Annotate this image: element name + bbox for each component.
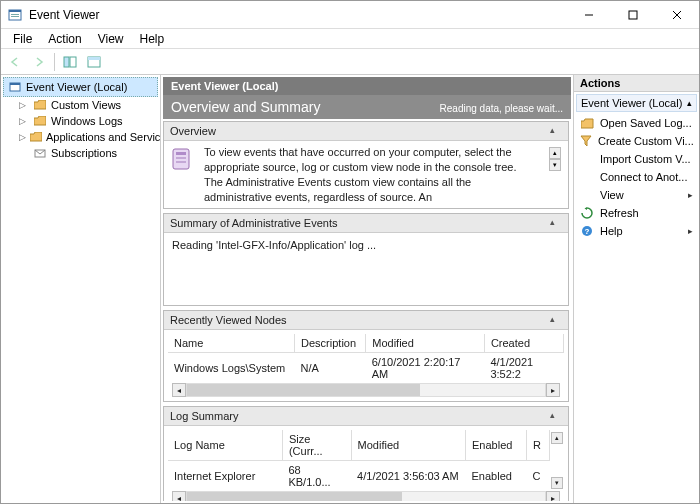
- col-name[interactable]: Name: [168, 334, 295, 353]
- log-summary-header[interactable]: Log Summary ▴: [164, 407, 568, 426]
- recent-nodes-table[interactable]: Name Description Modified Created Window…: [168, 334, 564, 383]
- col-size[interactable]: Size (Curr...: [282, 430, 351, 461]
- tree-item-label: Applications and Services Lo: [46, 131, 160, 143]
- svg-rect-2: [11, 14, 19, 15]
- tree-item-apps-services[interactable]: ▷ Applications and Services Lo: [1, 129, 160, 145]
- menu-view[interactable]: View: [90, 30, 132, 48]
- title-bar: Event Viewer: [1, 1, 699, 29]
- col-modified[interactable]: Modified: [366, 334, 485, 353]
- collapse-icon[interactable]: ▴: [550, 125, 562, 137]
- table-header-row: Log Name Size (Curr... Modified Enabled …: [168, 430, 550, 461]
- expand-icon[interactable]: ▷: [19, 100, 29, 110]
- svg-rect-9: [70, 57, 76, 67]
- properties-button[interactable]: [83, 51, 105, 73]
- col-logname[interactable]: Log Name: [168, 430, 282, 461]
- overview-scrollbar[interactable]: ▴ ▾: [548, 145, 562, 173]
- scroll-up-icon[interactable]: ▴: [549, 147, 561, 159]
- back-button[interactable]: [4, 51, 26, 73]
- table-row[interactable]: Internet Explorer 68 KB/1.0... 4/1/2021 …: [168, 461, 550, 492]
- col-retention[interactable]: R: [527, 430, 550, 461]
- scroll-right-icon[interactable]: ▸: [546, 383, 560, 397]
- action-label: View: [600, 189, 624, 201]
- log-summary-table[interactable]: Log Name Size (Curr... Modified Enabled …: [168, 430, 550, 491]
- log-summary-body: Log Name Size (Curr... Modified Enabled …: [164, 426, 568, 501]
- overview-group: Overview ▴ To view events that have occu…: [163, 121, 569, 209]
- actions-pane: Actions Event Viewer (Local) ▴ Open Save…: [573, 75, 699, 503]
- action-import-custom-view[interactable]: Import Custom V...: [574, 150, 699, 168]
- scroll-thumb[interactable]: [187, 492, 402, 501]
- recent-nodes-group: Recently Viewed Nodes ▴ Name Description…: [163, 310, 569, 402]
- panel-stack[interactable]: Overview ▴ To view events that have occu…: [163, 119, 571, 501]
- tree-item-windows-logs[interactable]: ▷ Windows Logs: [1, 113, 160, 129]
- refresh-icon: [580, 207, 594, 219]
- close-button[interactable]: [655, 1, 699, 28]
- action-refresh[interactable]: Refresh: [574, 204, 699, 222]
- action-open-saved-log[interactable]: Open Saved Log...: [574, 114, 699, 132]
- collapse-icon[interactable]: ▴: [687, 98, 692, 108]
- scroll-left-icon[interactable]: ◂: [172, 491, 186, 501]
- recent-nodes-header[interactable]: Recently Viewed Nodes ▴: [164, 311, 568, 330]
- tree-item-subscriptions[interactable]: Subscriptions: [1, 145, 160, 161]
- log-summary-v-scrollbar[interactable]: ▴ ▾: [550, 430, 564, 491]
- col-enabled[interactable]: Enabled: [466, 430, 527, 461]
- summary-admin-header[interactable]: Summary of Administrative Events ▴: [164, 214, 568, 233]
- funnel-icon: [580, 135, 592, 147]
- toolbar-separator: [54, 53, 55, 71]
- action-label: Help: [600, 225, 623, 237]
- action-label: Open Saved Log...: [600, 117, 692, 129]
- forward-button[interactable]: [28, 51, 50, 73]
- menu-action[interactable]: Action: [40, 30, 89, 48]
- tree-root[interactable]: Event Viewer (Local): [3, 77, 158, 97]
- scroll-thumb[interactable]: [187, 384, 420, 396]
- scroll-down-icon[interactable]: ▾: [551, 477, 563, 489]
- log-summary-h-scrollbar[interactable]: ◂ ▸: [168, 491, 564, 501]
- scroll-left-icon[interactable]: ◂: [172, 383, 186, 397]
- collapse-icon[interactable]: ▴: [550, 410, 562, 422]
- maximize-button[interactable]: [611, 1, 655, 28]
- scroll-right-icon[interactable]: ▸: [546, 491, 560, 501]
- console-tree[interactable]: Event Viewer (Local) ▷ Custom Views ▷ Wi…: [1, 75, 161, 503]
- recent-h-scrollbar[interactable]: ◂ ▸: [168, 383, 564, 401]
- svg-rect-1: [9, 10, 21, 12]
- scroll-track[interactable]: [186, 383, 546, 397]
- table-row[interactable]: Windows Logs\System N/A 6/10/2021 2:20:1…: [168, 353, 564, 384]
- action-create-custom-view[interactable]: Create Custom Vi...: [574, 132, 699, 150]
- collapse-icon[interactable]: ▴: [550, 217, 562, 229]
- tree-item-label: Subscriptions: [51, 147, 117, 159]
- folder-open-icon: [580, 118, 594, 129]
- collapse-icon[interactable]: ▴: [550, 314, 562, 326]
- summary-admin-header-label: Summary of Administrative Events: [170, 217, 338, 229]
- actions-header: Actions: [574, 75, 699, 92]
- cell-created: 4/1/2021 3:52:2: [484, 353, 563, 384]
- menu-bar: File Action View Help: [1, 29, 699, 49]
- action-view[interactable]: View ▸: [574, 186, 699, 204]
- window-controls: [567, 1, 699, 28]
- action-help[interactable]: ? Help ▸: [574, 222, 699, 240]
- col-created[interactable]: Created: [484, 334, 563, 353]
- scroll-down-icon[interactable]: ▾: [549, 159, 561, 171]
- scroll-track[interactable]: [186, 491, 546, 501]
- table-header-row: Name Description Modified Created: [168, 334, 564, 353]
- center-title: Event Viewer (Local): [163, 77, 571, 95]
- expand-icon[interactable]: ▷: [19, 132, 26, 142]
- log-summary-header-label: Log Summary: [170, 410, 238, 422]
- overview-header[interactable]: Overview ▴: [164, 122, 568, 141]
- log-summary-group: Log Summary ▴ Log Name Size (Curr... Mod…: [163, 406, 569, 501]
- recent-nodes-header-label: Recently Viewed Nodes: [170, 314, 287, 326]
- summary-admin-group: Summary of Administrative Events ▴ Readi…: [163, 213, 569, 306]
- tree-item-custom-views[interactable]: ▷ Custom Views: [1, 97, 160, 113]
- actions-context[interactable]: Event Viewer (Local) ▴: [576, 94, 697, 112]
- col-desc[interactable]: Description: [295, 334, 366, 353]
- folder-icon: [33, 98, 47, 112]
- menu-help[interactable]: Help: [132, 30, 173, 48]
- minimize-button[interactable]: [567, 1, 611, 28]
- cell-modified: 6/10/2021 2:20:17 AM: [366, 353, 485, 384]
- show-hide-tree-button[interactable]: [59, 51, 81, 73]
- action-connect-another[interactable]: Connect to Anot...: [574, 168, 699, 186]
- scroll-up-icon[interactable]: ▴: [551, 432, 563, 444]
- col-modified[interactable]: Modified: [351, 430, 465, 461]
- event-viewer-icon: [8, 80, 22, 94]
- menu-file[interactable]: File: [5, 30, 40, 48]
- expand-icon[interactable]: ▷: [19, 116, 29, 126]
- cell-retention: C: [527, 461, 550, 492]
